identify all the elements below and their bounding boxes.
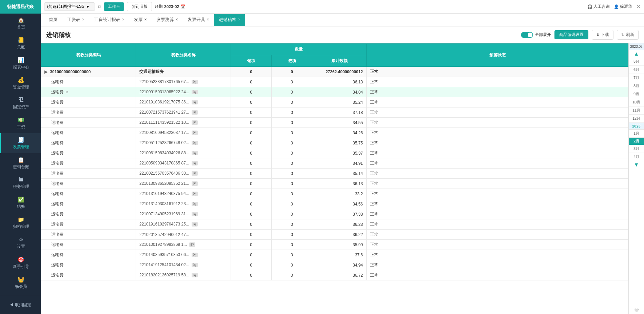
switch-version-button[interactable]: 切到旧版 (127, 2, 152, 11)
user-avatar[interactable]: 👤 徐涯华 (614, 4, 632, 9)
period-value: 2023-02 (164, 4, 179, 9)
nav-down-arrow[interactable]: ▼ (634, 161, 639, 169)
copy-icon[interactable]: ⧉ (98, 4, 101, 9)
expand-toggle[interactable]: 全部展开 (521, 32, 551, 38)
month-12[interactable]: 12月 (629, 115, 644, 123)
table-row[interactable]: 运输费 221013140308161912 23... 吨 0 0 34.56… (41, 199, 628, 209)
table-row[interactable]: 运输费 221005233817801765 67... 吨 0 0 36.13… (41, 77, 628, 87)
unpin-button[interactable]: ◀ 取消固定 (0, 299, 41, 311)
assets-icon: 🏗 (18, 97, 24, 103)
table-row[interactable]: 运输费 221014085935710353 66... 吨 0 0 37.6 … (41, 250, 628, 260)
table-row[interactable]: 运输费 221007215737621941 27... 吨 0 0 37.18… (41, 107, 628, 118)
table-row[interactable]: 运输费 221019161029764373 25... 吨 0 0 36.23… (41, 219, 628, 230)
table-row[interactable]: 运输费 221020135742940012 47... 0 0 36.22 正… (41, 230, 628, 240)
download-button[interactable]: ⬇ 下载 (592, 30, 613, 40)
sidebar-item-invoice[interactable]: 🧾 发票管理 (0, 133, 41, 153)
tab-close-icon[interactable]: ✕ (122, 18, 124, 21)
tab-home[interactable]: 首页 (44, 14, 62, 26)
toggle-switch[interactable] (521, 32, 533, 38)
sidebar-item-assets[interactable]: 🏗 固定资产 (0, 94, 41, 113)
month-6[interactable]: 6月 (629, 66, 644, 74)
tab-close-icon[interactable]: ✕ (238, 18, 240, 21)
copy-icon[interactable]: ⧉ (66, 90, 68, 94)
sidebar-item-capital[interactable]: 💰 资金管理 (0, 74, 41, 94)
expand-icon[interactable]: ▶ (44, 70, 47, 74)
table-row[interactable]: 运输费 ⧉ 221009150313965922 24... 吨 0 0 34.… (41, 87, 628, 97)
sidebar-item-ledger[interactable]: 📒 总账 (0, 34, 41, 54)
table-row[interactable]: 运输费 221005090343170865 87... 吨 0 0 34.91… (41, 158, 628, 169)
month-4[interactable]: 4月 (629, 153, 644, 161)
sidebar-item-guide[interactable]: 🎯 新手引导 (0, 253, 41, 273)
download-icon: ⬇ (596, 33, 600, 37)
sidebar-item-settings[interactable]: ⚙ 设置 (0, 233, 41, 253)
tab-close-icon[interactable]: ✕ (207, 18, 209, 21)
month-7[interactable]: 7月 (629, 74, 644, 82)
cumulative-cell: 34.56 (312, 199, 367, 209)
goods-code-button[interactable]: 商品编码设置 (554, 30, 588, 39)
tab-close-icon[interactable]: ✕ (82, 18, 84, 21)
tab-purchase-check[interactable]: 进销稽核 ✕ (214, 14, 245, 26)
tab-invoice-open[interactable]: 发票开具 ✕ (183, 14, 214, 26)
sidebar-item-member[interactable]: 👑 畅会员 (0, 273, 41, 293)
table-row[interactable]: 运输费 221014191254101434 02... 吨 0 0 34.94… (41, 260, 628, 270)
page-title: 进销稽核 (46, 31, 71, 39)
table-row[interactable]: 运输费 221007134905231969 31... 吨 0 0 37.38… (41, 209, 628, 219)
workbench-button[interactable]: 工作台 (104, 2, 124, 11)
sidebar-item-tax[interactable]: 🏛 税务管理 (0, 173, 41, 193)
purchase-icon: 📋 (18, 157, 24, 163)
table-row[interactable]: 运输费 221005112528266748 02... 吨 0 0 35.75… (41, 138, 628, 148)
sidebar-bottom: ◀ 取消固定 (0, 296, 41, 314)
tab-invoice[interactable]: 发票 ✕ (129, 14, 152, 26)
headset-icon: 🎧 (587, 4, 592, 9)
sidebar-item-salary[interactable]: 💵 工资 (0, 113, 41, 133)
nav-up-arrow[interactable]: ▲ (634, 50, 639, 58)
company-selector[interactable]: (勾选) 江西报宝-LSS ▼ (44, 2, 95, 11)
table-row[interactable]: 运输费 221019103619217075 36... 吨 0 0 35.24… (41, 97, 628, 107)
table-row[interactable]: ▶ 301000000000000000 交通运输服务 0 0 27262.40… (41, 67, 628, 77)
month-11[interactable]: 11月 (629, 106, 644, 115)
tab-salary-table[interactable]: 工资表 ✕ (62, 14, 89, 26)
col-quantity-group: 数量 (231, 44, 367, 55)
tab-close-icon[interactable]: ✕ (144, 18, 147, 21)
sidebar-item-settle[interactable]: ✅ 结账 (0, 193, 41, 213)
cumulative-cell: 36.13 (312, 179, 367, 189)
table-row[interactable]: 运输费 221018202126925719 58... 吨 0 0 36.72… (41, 270, 628, 280)
month-2-active[interactable]: 2月 (629, 138, 644, 145)
sidebar-item-label: 归档管理 (13, 224, 29, 230)
table-row[interactable]: 运输费 221013093652085352 21... 吨 0 0 36.13… (41, 179, 628, 189)
close-button[interactable]: ✕ (636, 3, 641, 10)
sidebar-item-home[interactable]: 🏠 首页 (0, 14, 41, 34)
topbar-right: 🎧 人工咨询 👤 徐涯华 ✕ (587, 3, 641, 10)
table-row[interactable]: 运输费 221008100945323037 17... 吨 0 0 34.26… (41, 128, 628, 138)
table-row[interactable]: 运输费 221006150834034026 88... 吨 0 0 35.37… (41, 148, 628, 158)
tab-close-icon[interactable]: ✕ (175, 18, 178, 21)
unit-badge: 吨 (192, 202, 198, 206)
month-8[interactable]: 8月 (629, 82, 644, 90)
refresh-button[interactable]: ↻ 刷新 (617, 30, 639, 40)
sidebar-item-reports[interactable]: 📊 报表中心 (0, 54, 41, 74)
purchase-cell: 0 (272, 158, 312, 169)
month-10[interactable]: 10月 (629, 98, 644, 106)
status-cell: 正常 (367, 77, 628, 87)
sale-cell: 0 (231, 138, 272, 148)
support-link[interactable]: 🎧 人工咨询 (587, 4, 610, 9)
unit-badge: 吨 (192, 263, 198, 267)
calendar-icon[interactable]: 📅 (180, 4, 186, 9)
table-row[interactable]: 运输费 221013101943240375 94... 吨 0 0 33.2 … (41, 189, 628, 199)
month-9[interactable]: 9月 (629, 90, 644, 98)
toggle-label: 全部展开 (535, 32, 551, 38)
month-5[interactable]: 5月 (629, 58, 644, 66)
month-3[interactable]: 3月 (629, 145, 644, 153)
table-row[interactable]: 运输费 221011111435921522 10... 吨 0 0 34.55… (41, 118, 628, 128)
purchase-cell: 0 (272, 118, 312, 128)
sidebar-item-purchase[interactable]: 📋 进销台账 (0, 153, 41, 173)
table-row[interactable]: 运输费 221002155703576436 33... 吨 0 0 35.14… (41, 169, 628, 179)
tab-invoice-calc[interactable]: 发票测算 ✕ (152, 14, 183, 26)
unit-badge: 吨 (192, 151, 198, 155)
month-1[interactable]: 1月 (629, 130, 644, 138)
col-cumulative: 累计数额 (312, 55, 367, 67)
table-row[interactable]: 运输费 221010019278983869 1... 吨 0 0 35.99 … (41, 240, 628, 250)
tab-salary-stats[interactable]: 工资统计报表 ✕ (89, 14, 129, 26)
tax-code-cell: 运输费 (41, 97, 136, 107)
sidebar-item-archive[interactable]: 📁 归档管理 (0, 213, 41, 233)
